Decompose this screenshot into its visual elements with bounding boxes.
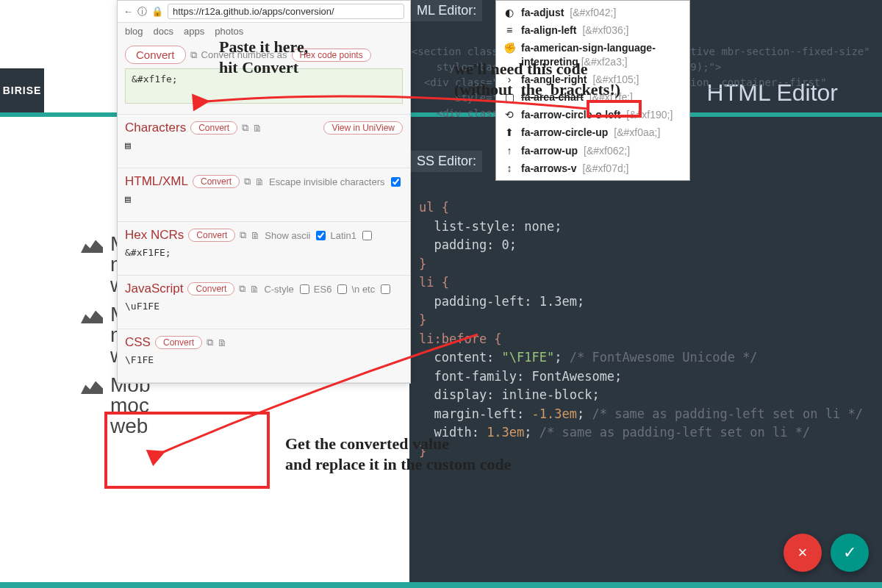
option-label: Escape invisible characters bbox=[269, 176, 385, 187]
css-editor-tab[interactable]: SS Editor: bbox=[411, 151, 482, 172]
output-text[interactable]: \F1FE bbox=[125, 354, 403, 372]
brand-nav: BIRISE bbox=[0, 68, 44, 112]
annotation: we'll need this code (without the bracke… bbox=[454, 59, 620, 99]
icon-item[interactable]: ⬆fa-arrow-circle-up[&#xf0aa;] bbox=[496, 123, 689, 141]
characters-panel: Characters Convert ⧉ 🗎 View in UniView ▤ bbox=[118, 115, 410, 168]
section-title: Hex NCRs bbox=[125, 228, 184, 243]
output-text[interactable]: \uF1FE bbox=[125, 301, 403, 318]
info-icon[interactable]: ⓘ bbox=[137, 5, 147, 18]
annotation: Paste it here, hit Convert bbox=[219, 37, 308, 77]
convert-button[interactable]: Convert bbox=[190, 121, 237, 135]
section-title: Characters bbox=[125, 121, 186, 135]
copy-icon[interactable]: ⧉ bbox=[239, 283, 245, 295]
copy-icon[interactable]: ⧉ bbox=[190, 49, 197, 61]
file-icon[interactable]: 🗎 bbox=[218, 337, 227, 348]
annotation: Get the converted value and replace it i… bbox=[285, 434, 512, 474]
copy-icon[interactable]: ⧉ bbox=[244, 176, 251, 187]
option-label: \n etc bbox=[351, 284, 375, 295]
option-label: Show ascii bbox=[265, 230, 310, 241]
file-icon[interactable]: 🗎 bbox=[251, 230, 260, 241]
url-field[interactable]: https://r12a.github.io/apps/conversion/ bbox=[168, 4, 404, 19]
convert-button[interactable]: Convert bbox=[155, 336, 202, 349]
cstyle-checkbox[interactable] bbox=[300, 284, 309, 294]
icon-item[interactable]: ↑fa-arrow-up[&#xf062;] bbox=[496, 142, 689, 159]
icon-item[interactable]: ≡fa-align-left[&#xf036;] bbox=[496, 21, 689, 39]
arrow-up-icon: ↑ bbox=[503, 144, 515, 157]
confirm-button[interactable]: ✓ bbox=[831, 534, 869, 572]
option-label: C-style bbox=[264, 284, 293, 295]
option-label: Latin1 bbox=[330, 230, 356, 241]
file-icon[interactable]: 🗎 bbox=[255, 176, 265, 187]
nesc-checkbox[interactable] bbox=[381, 284, 390, 294]
javascript-panel: JavaScript Convert ⧉ 🗎 C-style ES6 \n et… bbox=[118, 276, 410, 329]
htmlxml-panel: HTML/XML Convert ⧉ 🗎 Escape invisible ch… bbox=[118, 168, 410, 222]
nav-link[interactable]: docs bbox=[154, 26, 173, 37]
html-editor-tab[interactable]: ML Editor: bbox=[411, 0, 482, 21]
output-text[interactable]: ▤ bbox=[125, 140, 403, 157]
file-icon[interactable]: 🗎 bbox=[253, 123, 262, 134]
highlight-box bbox=[104, 412, 270, 489]
arrow-circle-up-icon: ⬆ bbox=[503, 126, 515, 139]
escape-checkbox[interactable] bbox=[391, 177, 401, 187]
es6-checkbox[interactable] bbox=[337, 284, 347, 294]
icon-item[interactable]: ◐fa-adjust[&#xf042;] bbox=[496, 4, 689, 21]
arrow-circle-left-icon: ⟲ bbox=[503, 108, 515, 121]
asl-icon: ✊ bbox=[503, 41, 515, 54]
icon-item[interactable]: ↕fa-arrows-v[&#xf07d;] bbox=[496, 159, 689, 177]
divider bbox=[0, 582, 882, 588]
copy-icon[interactable]: ⧉ bbox=[242, 122, 248, 134]
convert-button[interactable]: Convert bbox=[125, 46, 186, 64]
convert-button[interactable]: Convert bbox=[188, 229, 235, 242]
chart-icon bbox=[81, 379, 103, 394]
ascii-checkbox[interactable] bbox=[316, 231, 326, 240]
section-title: CSS bbox=[125, 335, 151, 350]
hexncrs-panel: Hex NCRs Convert ⧉ 🗎 Show ascii Latin1 &… bbox=[118, 222, 410, 276]
arrows-v-icon: ↕ bbox=[503, 162, 515, 175]
file-icon[interactable]: 🗎 bbox=[250, 284, 259, 295]
address-bar[interactable]: ← ⓘ 🔒 https://r12a.github.io/apps/conver… bbox=[118, 1, 410, 23]
align-left-icon: ≡ bbox=[503, 24, 515, 37]
css-code[interactable]: ul { list-style: none; padding: 0; } li … bbox=[419, 198, 863, 461]
back-button[interactable]: ← bbox=[123, 6, 133, 17]
nav-link[interactable]: apps bbox=[184, 26, 204, 37]
section-title: JavaScript bbox=[125, 282, 183, 296]
latin1-checkbox[interactable] bbox=[362, 231, 372, 240]
convert-button[interactable]: Convert bbox=[187, 282, 234, 295]
section-title: HTML/XML bbox=[125, 174, 188, 189]
output-text[interactable]: &#xF1FE; bbox=[125, 247, 403, 265]
css-panel: CSS Convert ⧉ 🗎 \F1FE bbox=[118, 329, 410, 383]
highlight-box bbox=[587, 100, 642, 118]
option-label: ES6 bbox=[314, 284, 332, 295]
cancel-button[interactable]: × bbox=[784, 534, 822, 572]
copy-icon[interactable]: ⧉ bbox=[240, 229, 246, 241]
chart-icon bbox=[81, 309, 103, 323]
uniview-button[interactable]: View in UniView bbox=[323, 121, 403, 135]
nav-link[interactable]: blog bbox=[125, 26, 143, 37]
lock-icon: 🔒 bbox=[151, 6, 163, 17]
convert-button[interactable]: Convert bbox=[193, 175, 240, 188]
output-text[interactable]: ▤ bbox=[125, 193, 403, 211]
adjust-icon: ◐ bbox=[503, 6, 515, 19]
nav-link[interactable]: photos bbox=[215, 26, 243, 37]
copy-icon[interactable]: ⧉ bbox=[207, 337, 213, 348]
chart-icon bbox=[81, 238, 103, 253]
